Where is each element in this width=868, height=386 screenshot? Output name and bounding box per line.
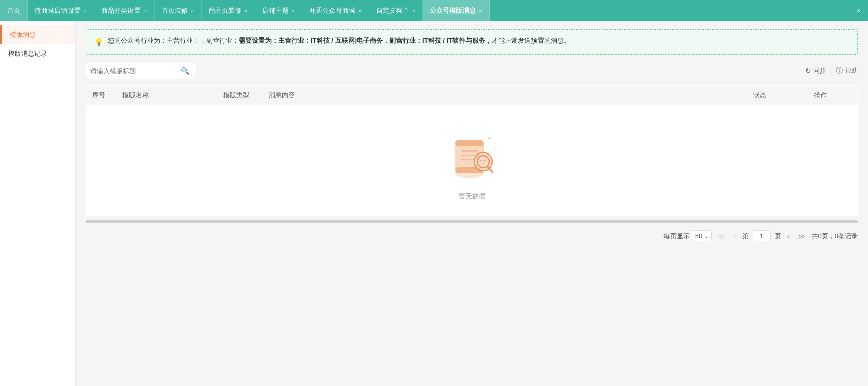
close-wshop-icon[interactable]: × <box>84 8 87 14</box>
sidebar-item-template[interactable]: 模版消息 <box>0 25 75 44</box>
nav-tab-homepage[interactable]: 首页装修 × <box>155 0 202 21</box>
svg-text:✦: ✦ <box>495 142 497 145</box>
nav-tab-wshop-label: 微商城店铺设置 <box>35 6 81 15</box>
page-first-button[interactable]: ≪ <box>716 231 727 241</box>
page-number-input[interactable] <box>753 230 771 241</box>
page-last-button[interactable]: ≫ <box>796 231 808 241</box>
horizontal-scrollbar[interactable] <box>86 220 858 223</box>
svg-rect-5 <box>461 155 475 156</box>
help-label: 帮助 <box>845 66 858 75</box>
toolbar-divider: | <box>830 67 832 75</box>
alert-banner: 💡 您的公众号行业为：主营行业：，副营行业：需要设置为：主营行业：IT科技 / … <box>86 29 858 55</box>
empty-illustration: ✦ ✦ ✦ <box>442 125 502 186</box>
col-header-status: 状态 <box>747 86 808 105</box>
col-header-type: 模版类型 <box>217 86 262 105</box>
alert-icon: 💡 <box>94 36 104 48</box>
close-custommenu-icon[interactable]: × <box>412 8 415 14</box>
close-openstore-icon[interactable]: × <box>358 8 361 14</box>
sync-button[interactable]: ↻ 同步 <box>805 66 826 75</box>
nav-tab-templatemsg-label: 公众号模版消息 <box>430 6 476 15</box>
close-templatemsg-icon[interactable]: × <box>479 8 482 14</box>
close-productpage-icon[interactable]: × <box>244 8 247 14</box>
col-header-action: 操作 <box>808 86 858 105</box>
data-table: 序号 模版名称 模版类型 消息内容 状态 操作 <box>86 85 858 216</box>
nav-tab-category[interactable]: 商品分类设置 × <box>94 0 154 21</box>
svg-text:✦: ✦ <box>487 136 491 141</box>
nav-tab-openstore-label: 开通公众号商城 <box>309 6 355 15</box>
table-empty-cell: ✦ ✦ ✦ 暂无数据 <box>86 105 858 216</box>
pagination-row: 每页显示 50 ⌄ ≪ ‹ 第 页 › ≫ 共0页，0条记录 <box>86 225 858 243</box>
page-next-button[interactable]: › <box>785 231 792 241</box>
sync-icon: ↻ <box>805 67 811 75</box>
nav-tab-openstore[interactable]: 开通公众号商城 × <box>302 0 369 21</box>
close-all-button[interactable]: × <box>849 6 868 15</box>
nav-tab-homepage-label: 首页装修 <box>162 6 188 15</box>
chevron-down-icon: ⌄ <box>704 233 708 239</box>
search-input-wrap[interactable]: 🔍 <box>86 63 196 79</box>
top-actions: ↻ 同步 | ⓘ 帮助 <box>805 66 858 75</box>
page-size-value: 50 <box>695 232 702 240</box>
empty-text: 暂无数据 <box>459 192 485 201</box>
col-header-content: 消息内容 <box>262 86 747 105</box>
search-icon[interactable]: 🔍 <box>181 67 189 75</box>
nav-tab-theme-label: 店铺主题 <box>262 6 289 15</box>
top-nav: 首页 微商城店铺设置 × 商品分类设置 × 首页装修 × 商品页装修 × 店铺主… <box>0 0 868 21</box>
svg-point-10 <box>480 160 482 162</box>
main-layout: 模版消息 模版消息记录 💡 您的公众号行业为：主营行业：，副营行业：需要设置为：… <box>0 21 868 386</box>
page-prev-button[interactable]: ‹ <box>731 231 738 241</box>
alert-prefix: 您的公众号行业为：主营行业：，副营行业： <box>108 37 239 44</box>
nav-tab-productpage[interactable]: 商品页装修 × <box>202 0 255 21</box>
table-empty-row: ✦ ✦ ✦ 暂无数据 <box>86 105 858 216</box>
col-header-name: 模版名称 <box>116 86 217 105</box>
sidebar-item-record[interactable]: 模版消息记录 <box>0 44 75 63</box>
per-page-label: 每页显示 <box>663 231 690 241</box>
col-header-seq: 序号 <box>86 86 116 105</box>
page-label: 第 <box>742 231 749 241</box>
svg-rect-2 <box>455 140 484 146</box>
close-category-icon[interactable]: × <box>144 8 147 14</box>
nav-tab-custommenu-label: 自定义菜单 <box>376 6 409 15</box>
sync-label: 同步 <box>813 66 826 75</box>
page-size-select: 每页显示 50 ⌄ <box>663 230 712 241</box>
search-row: 🔍 ↻ 同步 | ⓘ 帮助 <box>86 63 858 79</box>
content-area: 💡 您的公众号行业为：主营行业：，副营行业：需要设置为：主营行业：IT科技 / … <box>76 21 868 386</box>
nav-tab-productpage-label: 商品页装修 <box>209 6 241 15</box>
close-theme-icon[interactable]: × <box>292 8 295 14</box>
page-unit: 页 <box>775 231 781 241</box>
alert-suffix: 才能正常发送预置的消息。 <box>492 37 570 44</box>
search-input[interactable] <box>90 67 181 75</box>
table-header-row: 序号 模版名称 模版类型 消息内容 状态 操作 <box>86 86 858 105</box>
svg-point-12 <box>482 163 484 164</box>
total-label: 共0页，0条记录 <box>812 231 858 241</box>
alert-text: 您的公众号行业为：主营行业：，副营行业：需要设置为：主营行业：IT科技 / 互联… <box>108 36 570 46</box>
nav-tab-category-label: 商品分类设置 <box>101 6 141 15</box>
alert-highlight: 需要设置为：主营行业：IT科技 / 互联网|电子商务，副营行业：IT科技 / I… <box>239 37 492 44</box>
help-icon: ⓘ <box>836 66 843 75</box>
nav-tab-home[interactable]: 首页 <box>0 0 28 21</box>
svg-rect-4 <box>461 150 478 152</box>
nav-tab-custommenu[interactable]: 自定义菜单 × <box>369 0 423 21</box>
help-button[interactable]: ⓘ 帮助 <box>836 66 858 75</box>
svg-point-11 <box>484 160 486 162</box>
sidebar: 模版消息 模版消息记录 <box>0 21 76 386</box>
nav-tab-home-label: 首页 <box>7 6 20 15</box>
page-size-dropdown[interactable]: 50 ⌄ <box>692 230 712 241</box>
nav-tab-wshop[interactable]: 微商城店铺设置 × <box>28 0 94 21</box>
empty-state: ✦ ✦ ✦ 暂无数据 <box>86 105 857 216</box>
close-homepage-icon[interactable]: × <box>191 8 194 14</box>
svg-text:✦: ✦ <box>493 147 496 151</box>
nav-tab-theme[interactable]: 店铺主题 × <box>255 0 302 21</box>
nav-tab-templatemsg[interactable]: 公众号模版消息 × <box>423 0 489 21</box>
